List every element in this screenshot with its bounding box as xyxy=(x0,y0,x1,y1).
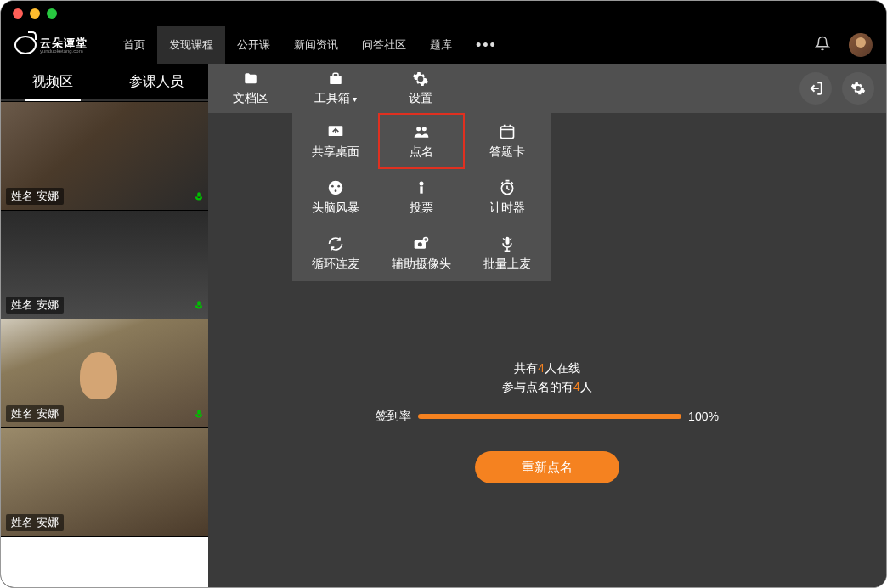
checkin-rate-value: 100% xyxy=(688,410,719,423)
progress-bar xyxy=(418,414,681,419)
video-sidebar: 视频区 参课人员 姓名 安娜 姓名 安娜 姓名 安娜 姓名 安 xyxy=(1,64,208,588)
tool-label: 批量上麦 xyxy=(483,257,531,272)
tab-video-area[interactable]: 视频区 xyxy=(1,64,105,99)
timer-icon xyxy=(499,178,516,197)
svg-point-13 xyxy=(418,242,422,246)
checkin-rate-label: 签到率 xyxy=(376,409,411,424)
cycle-icon xyxy=(326,235,345,253)
tool-label: 计时器 xyxy=(489,201,525,216)
video-tile[interactable]: 姓名 安娜 xyxy=(1,427,208,536)
tool-label: 循环连麦 xyxy=(312,257,359,272)
svg-rect-0 xyxy=(330,76,342,84)
minimize-window-button[interactable] xyxy=(30,8,40,19)
nav-news[interactable]: 新闻资讯 xyxy=(282,26,350,64)
tool-batch-mic[interactable]: 批量上麦 xyxy=(465,225,551,281)
mic-on-icon xyxy=(193,300,205,315)
tool-brainstorm[interactable]: 头脑风暴 xyxy=(292,169,378,225)
nav-home[interactable]: 首页 xyxy=(111,26,157,64)
app-window: 云朵谭堂 yunduoketang.com 首页 发现课程 公开课 新闻资讯 问… xyxy=(0,0,887,588)
video-tile[interactable]: 姓名 安娜 xyxy=(1,101,208,210)
tool-vote[interactable]: 投票 xyxy=(378,169,464,225)
toolbar-toolbox[interactable]: 工具箱 xyxy=(293,64,378,113)
svg-point-7 xyxy=(337,185,340,188)
progress-fill xyxy=(418,414,681,419)
online-count-line: 共有4人在线 xyxy=(514,361,580,376)
folder-icon xyxy=(241,71,260,88)
gear-icon xyxy=(850,81,866,96)
video-tile-empty xyxy=(1,536,208,588)
tool-label: 头脑风暴 xyxy=(312,201,359,216)
svg-point-9 xyxy=(419,182,423,186)
toolbar: 文档区 工具箱 设置 xyxy=(208,64,886,113)
screen-share-icon xyxy=(325,122,346,141)
svg-point-2 xyxy=(416,127,421,131)
tool-label: 投票 xyxy=(410,201,433,216)
video-tile[interactable]: 姓名 安娜 xyxy=(1,210,208,319)
svg-rect-4 xyxy=(501,127,514,138)
checkin-rate-row: 签到率 100% xyxy=(376,409,719,424)
nav-more[interactable]: ••• xyxy=(464,37,509,54)
rollcall-count-line: 参与点名的有4人 xyxy=(502,380,592,395)
bell-icon[interactable] xyxy=(815,36,830,54)
name-label: 姓名 安娜 xyxy=(6,188,64,205)
people-icon xyxy=(411,122,432,141)
cloud-logo-icon xyxy=(14,36,37,54)
tool-label: 共享桌面 xyxy=(312,144,359,160)
nav-question-bank[interactable]: 题库 xyxy=(418,26,464,64)
svg-rect-15 xyxy=(506,237,510,245)
svg-point-3 xyxy=(422,127,427,131)
logo-text-cn: 云朵谭堂 xyxy=(40,37,88,48)
name-label: 姓名 安娜 xyxy=(6,405,64,422)
brainstorm-icon xyxy=(326,178,345,197)
camera-add-icon xyxy=(412,235,431,253)
mic-on-icon xyxy=(193,409,205,424)
video-tile[interactable]: 姓名 安娜 xyxy=(1,319,208,427)
toolbox-popover: 共享桌面 点名 答题卡 头脑风暴 投票 xyxy=(292,113,551,281)
svg-point-8 xyxy=(334,189,336,192)
exit-icon xyxy=(808,81,823,96)
name-label: 姓名 安娜 xyxy=(6,297,64,314)
tool-label: 辅助摄像头 xyxy=(392,257,451,272)
tool-cycle-mic[interactable]: 循环连麦 xyxy=(292,225,378,281)
briefcase-icon xyxy=(326,71,345,88)
toolbar-settings[interactable]: 设置 xyxy=(378,64,463,113)
tool-timer[interactable]: 计时器 xyxy=(465,169,551,225)
video-list: 姓名 安娜 姓名 安娜 姓名 安娜 姓名 安娜 xyxy=(1,101,208,588)
nav-open-courses[interactable]: 公开课 xyxy=(225,26,282,64)
nav-discover-courses[interactable]: 发现课程 xyxy=(157,26,225,64)
toolbar-label: 工具箱 xyxy=(314,91,357,106)
mic-on-icon xyxy=(193,191,205,206)
toolbar-docs[interactable]: 文档区 xyxy=(208,64,293,113)
tool-label: 点名 xyxy=(410,144,433,160)
tool-aux-camera[interactable]: 辅助摄像头 xyxy=(378,225,464,281)
close-window-button[interactable] xyxy=(13,8,23,19)
tool-rollcall[interactable]: 点名 xyxy=(378,113,464,169)
nav-qa[interactable]: 问答社区 xyxy=(350,26,418,64)
maximize-window-button[interactable] xyxy=(47,8,57,19)
rollcall-again-button[interactable]: 重新点名 xyxy=(475,451,619,483)
tool-answer-card[interactable]: 答题卡 xyxy=(465,113,551,169)
exit-button[interactable] xyxy=(799,72,832,105)
gear-icon xyxy=(412,71,429,88)
avatar[interactable] xyxy=(849,33,873,57)
calendar-icon xyxy=(499,122,516,141)
vote-icon xyxy=(413,178,430,197)
svg-point-6 xyxy=(331,185,334,188)
toolbar-label: 设置 xyxy=(409,91,432,106)
top-nav: 云朵谭堂 yunduoketang.com 首页 发现课程 公开课 新闻资讯 问… xyxy=(1,26,886,64)
tool-label: 答题卡 xyxy=(489,144,525,160)
tab-attendees[interactable]: 参课人员 xyxy=(105,64,208,99)
main-area: 文档区 工具箱 设置 xyxy=(208,64,886,588)
settings-round-button[interactable] xyxy=(842,72,874,105)
titlebar xyxy=(1,1,886,26)
tool-screen-share[interactable]: 共享桌面 xyxy=(292,113,378,169)
name-label: 姓名 安娜 xyxy=(6,514,64,531)
svg-point-5 xyxy=(328,181,342,195)
svg-rect-10 xyxy=(420,186,422,193)
toolbar-label: 文档区 xyxy=(233,91,268,106)
mic-batch-icon xyxy=(499,235,516,253)
logo-text-en: yunduoketang.com xyxy=(40,48,88,54)
logo[interactable]: 云朵谭堂 yunduoketang.com xyxy=(14,36,88,54)
